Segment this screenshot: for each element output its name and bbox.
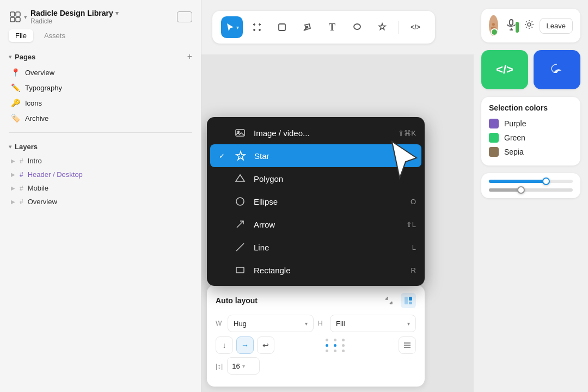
- slider-2-thumb[interactable]: [517, 186, 525, 194]
- text-tool[interactable]: T: [321, 16, 343, 38]
- menu-item-star[interactable]: ✓ Star: [210, 144, 421, 167]
- image-video-icon: [234, 127, 246, 139]
- tab-file[interactable]: File: [9, 29, 33, 42]
- page-item-overview[interactable]: 📍 Overview: [4, 65, 197, 80]
- avatar: [489, 15, 498, 36]
- al-arrow-down-btn[interactable]: ↓: [216, 336, 233, 354]
- svg-rect-20: [236, 267, 244, 273]
- color-item-green[interactable]: Green: [489, 131, 573, 145]
- al-arrow-wrap-btn[interactable]: ↩: [257, 336, 274, 354]
- layer-expand-icon-4: ▶: [11, 199, 15, 205]
- al-dot: [326, 339, 328, 341]
- project-name[interactable]: Radicle Design Library ▾: [30, 9, 119, 17]
- al-spacing-chevron: ▾: [242, 363, 245, 369]
- svg-rect-2: [10, 17, 15, 22]
- svg-line-19: [236, 243, 244, 251]
- menu-item-ellipse[interactable]: Ellipse O: [207, 190, 425, 213]
- al-spacing-input[interactable]: 16 ▾: [227, 357, 260, 375]
- svg-line-18: [237, 221, 243, 228]
- polygon-icon: [234, 173, 246, 185]
- page-item-typography[interactable]: ✏️ Typography: [4, 80, 197, 95]
- settings-button[interactable]: [524, 17, 534, 34]
- rp-presence-card: Leave: [481, 9, 580, 42]
- tab-assets[interactable]: Assets: [38, 29, 72, 42]
- code-tool[interactable]: </>: [405, 16, 426, 38]
- layers-chevron-icon: ▾: [9, 144, 11, 150]
- pages-section: ▾ Pages + 📍 Overview ✏️ Typography 🔑 Ico…: [0, 46, 201, 128]
- svg-point-33: [528, 23, 531, 26]
- layers-section-header[interactable]: ▾ Layers: [4, 139, 197, 154]
- mic-button[interactable]: [504, 17, 519, 34]
- layer-expand-icon-3: ▶: [11, 185, 15, 191]
- leave-button[interactable]: Leave: [540, 18, 573, 34]
- al-dot: [334, 350, 336, 352]
- page-item-archive[interactable]: 🏷️ Archive: [4, 111, 197, 126]
- sidebar-divider: [9, 132, 192, 133]
- select-tool[interactable]: ▾: [221, 16, 243, 38]
- auto-layout-collapse-btn[interactable]: [381, 293, 396, 308]
- project-chevron: ▾: [115, 10, 119, 17]
- layers-section-title: ▾ Layers: [9, 143, 38, 151]
- sidebar-header: ▾ Radicle Design Library ▾ Radicle: [0, 0, 201, 29]
- toolbar: ▾ T: [201, 0, 474, 54]
- al-dot: [326, 350, 328, 352]
- canvas-area[interactable]: Image / video... ⇧⌘K ✓ Star: [201, 54, 474, 392]
- pages-section-header[interactable]: ▾ Pages +: [4, 48, 197, 65]
- menu-item-image-video[interactable]: Image / video... ⇧⌘K: [207, 121, 425, 144]
- al-dot: [342, 350, 345, 352]
- al-width-select[interactable]: Hug ▾: [228, 315, 314, 332]
- slider-2-track[interactable]: [489, 188, 573, 192]
- layer-item-mobile[interactable]: ▶ # Mobile: [4, 181, 197, 195]
- al-dot-active: [326, 344, 328, 347]
- auto-layout-layout-btn[interactable]: [401, 293, 416, 308]
- menu-item-polygon[interactable]: Polygon: [207, 167, 425, 190]
- color-item-sepia[interactable]: Sepia: [489, 145, 573, 159]
- menu-item-line[interactable]: Line L: [207, 236, 425, 259]
- al-dimensions-row: W Hug ▾ H Fill ▾: [216, 315, 416, 332]
- slider-1-thumb[interactable]: [542, 177, 550, 185]
- star-tool[interactable]: [371, 16, 393, 38]
- layer-expand-icon-2: ▶: [11, 171, 15, 177]
- svg-rect-12: [279, 24, 285, 30]
- frame-tool[interactable]: [246, 16, 268, 38]
- layer-item-overview[interactable]: ▶ # Overview: [4, 195, 197, 209]
- add-page-icon[interactable]: +: [187, 52, 192, 62]
- layer-hash-icon-3: #: [20, 185, 23, 192]
- menu-checkmark-icon: ✓: [219, 152, 225, 160]
- svg-point-13: [307, 27, 308, 28]
- pen-tool[interactable]: [296, 16, 318, 38]
- shape-dropdown-menu: Image / video... ⇧⌘K ✓ Star: [207, 117, 425, 286]
- layer-item-header-desktop[interactable]: ▶ # Header / Desktop: [4, 168, 197, 181]
- auto-layout-panel: Auto layout: [207, 285, 425, 387]
- auto-layout-icons: [381, 293, 416, 308]
- al-dot-active: [334, 344, 336, 347]
- rp-green-card[interactable]: </>: [481, 50, 528, 89]
- menu-item-rectangle[interactable]: Rectangle R: [207, 259, 425, 281]
- auto-layout-title: Auto layout: [216, 296, 258, 305]
- slider-1-track[interactable]: [489, 180, 573, 183]
- main-content: ▾ T: [201, 0, 474, 392]
- window-button[interactable]: [177, 11, 192, 22]
- page-icon-overview: 📍: [11, 68, 20, 77]
- layer-item-intro[interactable]: ▶ # Intro: [4, 154, 197, 168]
- page-icon-icons: 🔑: [11, 99, 20, 107]
- rp-blue-card[interactable]: [534, 50, 580, 89]
- rect-tool[interactable]: [271, 16, 293, 38]
- page-item-icons[interactable]: 🔑 Icons: [4, 95, 197, 111]
- sidebar-tabs: File Assets: [0, 29, 201, 42]
- al-arrow-right-btn[interactable]: →: [236, 336, 254, 354]
- al-arrows-row: ↓ → ↩: [216, 336, 416, 354]
- svg-point-14: [354, 24, 360, 29]
- al-height-select[interactable]: Fill ▾: [330, 315, 416, 332]
- project-sub: Radicle: [30, 17, 119, 25]
- al-spacing-icon: |↕|: [216, 362, 223, 370]
- color-item-purple[interactable]: Purple: [489, 117, 573, 131]
- chat-tool[interactable]: [346, 16, 368, 38]
- menu-item-arrow[interactable]: Arrow ⇧L: [207, 213, 425, 236]
- svg-rect-3: [16, 17, 20, 22]
- toolbar-tools: ▾ T: [212, 11, 435, 44]
- rp-cards-row: </>: [481, 50, 580, 89]
- svg-rect-0: [10, 12, 15, 16]
- al-spacing-btn[interactable]: [399, 336, 416, 354]
- al-dot: [342, 344, 345, 347]
